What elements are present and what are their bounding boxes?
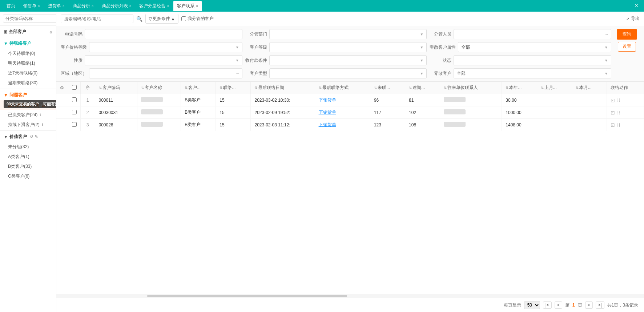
sidebar-section-value[interactable]: ▼ 价值客户 ↺ ✎ — [0, 131, 56, 142]
next-page-button[interactable]: > — [585, 301, 593, 309]
th-last-date[interactable]: 最后联络日期 — [251, 82, 315, 94]
horizontal-scrollbar[interactable] — [56, 294, 644, 298]
th-this-month[interactable]: 本月... — [572, 82, 607, 94]
dept-select[interactable]: ▼ — [269, 29, 427, 39]
th-this-year[interactable]: 本年... — [502, 82, 537, 94]
per-page-select[interactable]: 50 — [524, 301, 540, 309]
td-action: ⊡⁞⁞ — [607, 106, 644, 119]
action-more-icon[interactable]: ⁞⁞ — [617, 97, 620, 103]
th-checkbox[interactable] — [68, 82, 80, 94]
td-last-method[interactable]: 下销货单 — [315, 106, 370, 119]
query-button[interactable]: 查询 — [617, 29, 637, 40]
sidebar-all-customers[interactable]: ⊞ 全部客户 « — [0, 26, 56, 38]
prev-page-button[interactable]: < — [555, 301, 562, 309]
tab-sales[interactable]: 销售单 × — [20, 1, 44, 11]
tab-customer-tier[interactable]: 客户分层经营 × — [136, 1, 173, 11]
customer-type-label: 客户类型 — [245, 70, 267, 77]
sidebar-item-declining[interactable]: 持续下滑客户(2) ℹ — [0, 120, 56, 130]
th-code[interactable]: 客户编码 — [95, 82, 137, 94]
tab-analysis-list[interactable]: 商品分析列表 × — [98, 1, 135, 11]
total-label: 共1页，3条记录 — [607, 302, 638, 308]
my-customers-checkbox[interactable]: 我分管的客户 — [181, 16, 214, 22]
close-sales-tab[interactable]: × — [38, 4, 40, 8]
sidebar-item-ungroup[interactable]: 未分组(32) — [0, 142, 56, 152]
td-overdue: 108 — [405, 119, 440, 131]
export-button[interactable]: ↗ 导出 — [626, 16, 640, 22]
payment-select[interactable]: ▼ — [269, 55, 427, 65]
action-link-icon[interactable]: ⊡ — [611, 122, 615, 128]
sidebar-item-overdue[interactable]: 逾期未联络(30) — [0, 78, 56, 88]
filter-grade: 客户等级 ▼ — [245, 42, 427, 52]
th-type[interactable]: 客户... — [181, 82, 216, 94]
close-customer-contact-tab[interactable]: × — [196, 4, 198, 8]
sidebar-item-b-class[interactable]: B类客户(33) — [0, 162, 56, 171]
th-contact-person[interactable]: 往来单位联系人 — [440, 82, 502, 94]
last-page-button[interactable]: >| — [596, 301, 604, 309]
main-search-input[interactable] — [61, 15, 133, 23]
sidebar-section-problem[interactable]: ▼ 问题客户 90天未交易的客户，可能有流失风险。 — [0, 90, 56, 100]
close-analysis-tab[interactable]: × — [92, 4, 94, 8]
edit-icon[interactable]: ✎ — [35, 134, 38, 139]
th-name[interactable]: 客户名称 — [137, 82, 181, 94]
per-page-label: 每页显示 — [504, 302, 521, 308]
filter-row-3: 性质 ▼ 收付款条件 ▼ 状态 — [61, 55, 611, 65]
status-select[interactable]: ▼ — [454, 55, 611, 65]
more-conditions-btn[interactable]: ▽ 更多条件 ▲ — [145, 14, 178, 24]
info-icon: ℹ — [40, 113, 41, 117]
close-all-tabs[interactable]: × — [632, 3, 641, 9]
table-footer: 每页显示 50 |< < 第 1 页 > >| 共1页，3条记录 — [56, 298, 644, 312]
close-analysis-list-tab[interactable]: × — [129, 4, 132, 8]
scrollbar-thumb[interactable] — [147, 295, 347, 297]
ellipsis-btn-manager[interactable]: ··· — [605, 32, 608, 36]
manager-select[interactable]: ··· — [454, 29, 611, 39]
customer-type-select[interactable]: ▼ — [269, 68, 427, 78]
td-last-method[interactable]: 下销货单 — [315, 94, 370, 106]
select-all-checkbox[interactable] — [72, 85, 77, 90]
price-grade-select[interactable]: ▼ — [89, 42, 242, 52]
sidebar-item-7days[interactable]: 近7天待联络(0) — [0, 68, 56, 78]
sidebar-search-input[interactable] — [3, 15, 56, 23]
region-select[interactable]: ··· — [89, 68, 242, 78]
th-unlink-days[interactable]: 未联... — [370, 82, 405, 94]
ellipsis-btn-region[interactable]: ··· — [236, 71, 239, 76]
sidebar-item-today[interactable]: 今天待联络(0) — [0, 49, 56, 58]
sidebar-section-pending[interactable]: ▼ 待联络客户 — [0, 38, 56, 49]
settings-button[interactable]: 设置 — [618, 42, 636, 52]
my-customers-check[interactable] — [181, 16, 186, 21]
th-last-method[interactable]: 最后联络方式 — [315, 82, 370, 94]
tab-purchase[interactable]: 进货单 × — [44, 1, 68, 11]
sidebar-item-tomorrow[interactable]: 明天待联络(1) — [0, 58, 56, 68]
action-more-icon[interactable]: ⁞⁞ — [617, 110, 620, 116]
sidebar-item-c-class[interactable]: C类客户(6) — [0, 171, 56, 181]
td-checkbox[interactable] — [68, 106, 80, 119]
zero-attr-select[interactable]: 全部▼ — [458, 42, 611, 52]
close-customer-tier-tab[interactable]: × — [167, 4, 169, 8]
phone-input[interactable] — [85, 29, 242, 39]
phone-label: 电话号码 — [61, 31, 82, 37]
sidebar-item-churned[interactable]: 已流失客户(24) ℹ — [0, 110, 56, 120]
sidebar-item-a-class[interactable]: A类客户(1) — [0, 152, 56, 162]
th-contact[interactable]: 联络... — [216, 82, 251, 94]
zero-customer-select[interactable]: 全部▼ — [454, 68, 611, 78]
td-gear — [56, 106, 68, 119]
th-overdue[interactable]: 逾期... — [405, 82, 440, 94]
refresh-icon[interactable]: ↺ — [30, 134, 33, 139]
td-checkbox[interactable] — [68, 119, 80, 131]
tab-customer-contact[interactable]: 客户联系 × — [173, 1, 202, 11]
action-more-icon[interactable]: ⁞⁞ — [617, 122, 620, 128]
grade-select[interactable]: ▼ — [269, 42, 427, 52]
td-last-method[interactable]: 下销货单 — [315, 119, 370, 131]
main-search-button[interactable]: 🔍 — [136, 16, 142, 22]
collapse-icon[interactable]: « — [49, 29, 52, 35]
action-link-icon[interactable]: ⊡ — [611, 110, 615, 116]
gender-select[interactable]: ▼ — [85, 55, 242, 65]
th-last-month[interactable]: 上月... — [537, 82, 572, 94]
arrow-down-icon-3: ▼ — [4, 134, 8, 139]
td-checkbox[interactable] — [68, 94, 80, 106]
tab-home[interactable]: 首页 — [3, 1, 19, 11]
first-page-button[interactable]: |< — [543, 301, 552, 309]
th-gear[interactable]: ⚙ — [56, 82, 68, 94]
tab-analysis[interactable]: 商品分析 × — [69, 1, 97, 11]
action-link-icon[interactable]: ⊡ — [611, 97, 615, 103]
close-purchase-tab[interactable]: × — [63, 4, 65, 8]
